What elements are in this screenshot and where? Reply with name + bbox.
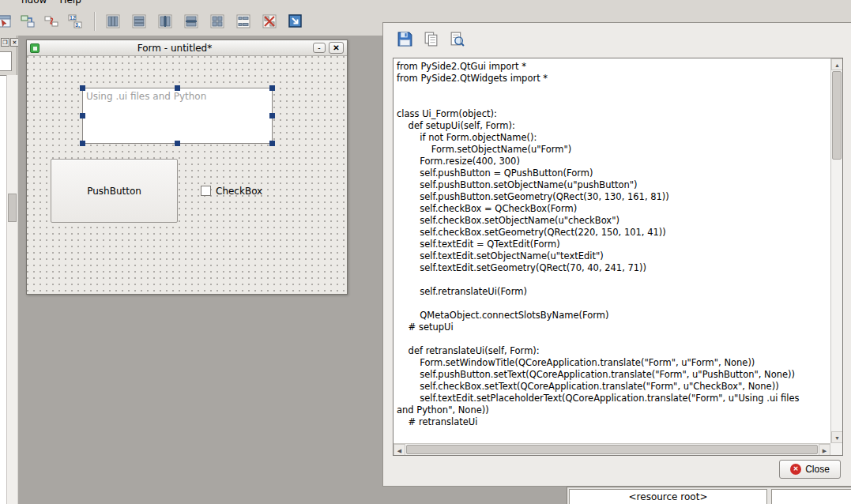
horizontal-scrollbar[interactable]: ◀ ▶ <box>393 443 830 455</box>
menu-item-help[interactable]: Help <box>59 0 81 7</box>
edit-mode-group: 12 3, <box>0 10 86 32</box>
code-view: from PySide2.QtGui import * from PySide2… <box>393 58 843 456</box>
layout-horizontally-icon <box>104 13 122 30</box>
selection-handle-top-left[interactable] <box>80 85 85 91</box>
layout-grid-icon <box>209 13 226 30</box>
resource-browser-fragment: <resource root> <box>567 487 851 504</box>
vertical-scrollbar[interactable]: ▲ ▼ <box>830 58 842 443</box>
layout-form-button[interactable] <box>232 10 254 32</box>
menu-item-window[interactable]: ndow <box>21 0 47 7</box>
layout-horizontally-button[interactable] <box>102 10 124 32</box>
layout-form-icon <box>235 13 252 30</box>
edit-signals-slots-button[interactable] <box>17 10 39 32</box>
edit-widgets-button[interactable] <box>0 10 15 32</box>
layout-grid-button[interactable] <box>206 10 228 32</box>
edit-tab-order-icon: 12 3, <box>66 13 84 30</box>
scroll-right-arrow[interactable]: ▶ <box>819 444 830 456</box>
layout-group <box>102 10 307 32</box>
textedit-placeholder: Using .ui files and Python <box>86 91 206 102</box>
edit-tab-order-button[interactable]: 12 3, <box>64 10 86 32</box>
svg-text:3,: 3, <box>75 22 80 28</box>
dock-scrollbar[interactable] <box>6 75 17 504</box>
horizontal-scrollbar-thumb[interactable] <box>406 445 818 454</box>
textedit-widget[interactable]: Using .ui files and Python <box>82 88 273 144</box>
scroll-down-arrow[interactable]: ▼ <box>831 431 843 443</box>
svg-text:12: 12 <box>70 15 76 21</box>
find-button[interactable] <box>446 28 467 49</box>
layout-horizontal-splitter-button[interactable] <box>154 10 176 32</box>
form-designer-window: Form - untitled* - ✕ Using .ui files and… <box>26 39 348 295</box>
checkbox-label: CheckBox <box>216 186 262 197</box>
break-layout-icon <box>261 13 278 30</box>
app-root: { "menubar": { "window_fragment": "ndow"… <box>0 0 851 504</box>
selection-handle-top-right[interactable] <box>269 85 275 91</box>
selection-handle-middle-right[interactable] <box>269 113 275 118</box>
scroll-up-arrow[interactable]: ▲ <box>831 58 843 70</box>
code-text[interactable]: from PySide2.QtGui import * from PySide2… <box>393 58 830 443</box>
edit-buddies-button[interactable] <box>40 10 62 32</box>
break-layout-button[interactable] <box>258 10 281 32</box>
scrollbar-corner <box>830 443 842 455</box>
checkbox-widget[interactable]: CheckBox <box>201 175 281 207</box>
layout-horizontal-splitter-icon <box>156 13 174 30</box>
vertical-scrollbar-thumb[interactable] <box>832 71 842 160</box>
dock-list-fragment <box>0 75 6 504</box>
selection-handle-bottom-middle[interactable] <box>175 141 180 146</box>
toolbar-separator <box>94 12 96 31</box>
edit-signals-slots-icon <box>19 13 36 30</box>
checkbox-box <box>201 186 211 196</box>
form-window-titlebar[interactable]: Form - untitled* - ✕ <box>27 40 347 56</box>
layout-vertically-icon <box>130 13 148 30</box>
code-preview-dialog: from PySide2.QtGui import * from PySide2… <box>382 22 851 487</box>
layout-vertically-button[interactable] <box>128 10 150 32</box>
selection-handle-middle-left[interactable] <box>80 113 85 118</box>
dock-float-button[interactable]: ❐ <box>1 38 9 47</box>
pushbutton-widget[interactable]: PushButton <box>51 159 178 223</box>
menubar-fragment: ndow Help <box>0 0 126 7</box>
resource-root-item[interactable]: <resource root> <box>569 489 767 504</box>
edit-buddies-icon <box>43 13 60 30</box>
adjust-size-button[interactable] <box>284 10 307 32</box>
close-window-button[interactable]: ✕ <box>329 42 344 54</box>
copy-icon <box>423 31 439 47</box>
code-dialog-toolbar <box>394 28 467 52</box>
form-canvas[interactable]: Using .ui files and Python PushButton Ch… <box>27 56 347 294</box>
scroll-left-arrow[interactable]: ◀ <box>393 444 405 456</box>
find-icon <box>449 31 465 47</box>
python-code: from PySide2.QtGui import * from PySide2… <box>393 58 830 431</box>
adjust-size-icon <box>287 13 304 30</box>
edit-widgets-icon <box>0 13 13 30</box>
widget-box-dock-fragment: ❐ ✕ <box>0 36 17 504</box>
minimize-button[interactable]: - <box>313 43 326 53</box>
close-dialog-icon: ✕ <box>790 464 801 475</box>
main-toolbar: 12 3, <box>0 7 379 36</box>
pushbutton-label: PushButton <box>87 186 141 197</box>
close-button-label: Close <box>805 464 830 475</box>
resource-list-fragment <box>771 489 851 504</box>
dock-scrollbar-thumb[interactable] <box>8 194 17 222</box>
selection-handle-bottom-right[interactable] <box>269 141 275 146</box>
layout-vertical-splitter-button[interactable] <box>180 10 202 32</box>
dock-filter-field-fragment[interactable] <box>0 51 12 71</box>
selection-handle-top-middle[interactable] <box>175 85 180 91</box>
layout-vertical-splitter-icon <box>183 13 200 30</box>
copy-button[interactable] <box>420 28 441 49</box>
save-button[interactable] <box>394 28 415 49</box>
form-window-icon <box>30 43 40 53</box>
close-dialog-button[interactable]: ✕ Close <box>779 460 841 479</box>
save-icon <box>397 31 413 47</box>
selection-handle-bottom-left[interactable] <box>80 141 85 146</box>
form-window-title: Form - untitled* <box>40 43 310 54</box>
